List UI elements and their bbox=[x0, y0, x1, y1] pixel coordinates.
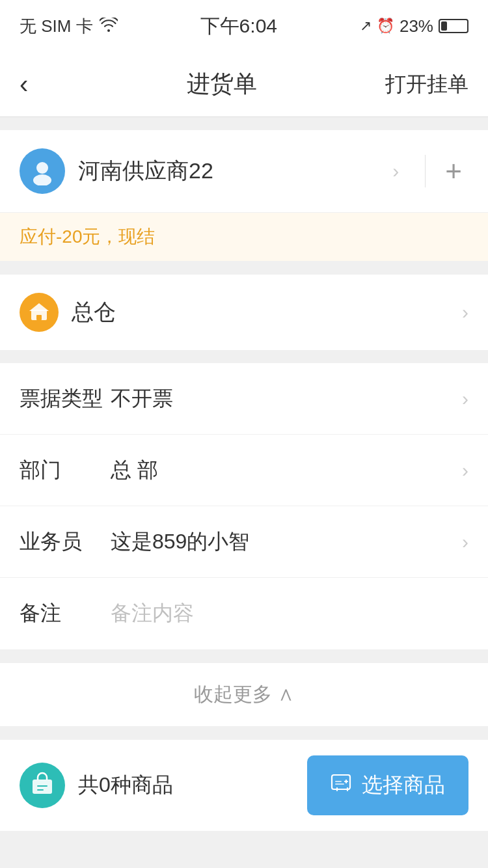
warehouse-chevron-icon: › bbox=[462, 301, 468, 323]
salesperson-row[interactable]: 业务员 这是859的小智 › bbox=[0, 506, 488, 578]
svg-point-1 bbox=[33, 174, 51, 185]
salesperson-chevron-icon: › bbox=[462, 531, 468, 553]
status-right: ↗ ⏰ 23% bbox=[360, 16, 468, 36]
warehouse-row[interactable]: 总仓 › bbox=[0, 275, 488, 350]
salesperson-label: 业务员 bbox=[20, 528, 111, 556]
collapse-label: 收起更多 ∧ bbox=[194, 681, 293, 708]
section-gap-1 bbox=[0, 117, 488, 130]
bottom-bar: 共0种商品 选择商品 bbox=[0, 739, 488, 831]
select-product-button[interactable]: 选择商品 bbox=[307, 755, 468, 815]
svg-marker-3 bbox=[29, 303, 49, 311]
wifi-icon bbox=[100, 16, 118, 36]
supplier-avatar bbox=[20, 148, 65, 194]
svg-rect-4 bbox=[36, 315, 42, 320]
notice-text: 应付-20元，现结 bbox=[20, 226, 155, 247]
select-product-label: 选择商品 bbox=[362, 771, 445, 800]
remarks-label: 备注 bbox=[20, 599, 111, 628]
status-left: 无 SIM 卡 bbox=[20, 15, 118, 38]
remarks-input[interactable]: 备注内容 bbox=[111, 599, 468, 628]
open-pending-button[interactable]: 打开挂单 bbox=[385, 70, 468, 99]
status-bar: 无 SIM 卡 下午6:04 ↗ ⏰ 23% bbox=[0, 0, 488, 52]
invoice-type-row[interactable]: 票据类型 不开票 › bbox=[0, 363, 488, 435]
carrier-text: 无 SIM 卡 bbox=[20, 15, 93, 38]
product-icon-wrap bbox=[20, 763, 65, 808]
select-product-icon bbox=[331, 774, 354, 798]
supplier-chevron-icon: › bbox=[392, 160, 399, 182]
salesperson-value: 这是859的小智 bbox=[111, 528, 455, 556]
invoice-label: 票据类型 bbox=[20, 385, 111, 413]
location-icon: ↗ bbox=[360, 18, 372, 34]
collapse-button[interactable]: 收起更多 ∧ bbox=[0, 662, 488, 726]
battery-percent: 23% bbox=[400, 16, 433, 36]
back-button[interactable]: ‹ bbox=[20, 70, 59, 99]
nav-bar: ‹ 进货单 打开挂单 bbox=[0, 52, 488, 117]
section-gap-2 bbox=[0, 262, 488, 275]
department-row[interactable]: 部门 总 部 › bbox=[0, 435, 488, 506]
battery-icon bbox=[439, 19, 468, 33]
warehouse-icon bbox=[20, 293, 59, 332]
invoice-chevron-icon: › bbox=[462, 388, 468, 410]
notice-bar: 应付-20元，现结 bbox=[0, 213, 488, 262]
department-value: 总 部 bbox=[111, 456, 455, 485]
status-time: 下午6:04 bbox=[200, 13, 277, 40]
nav-title: 进货单 bbox=[187, 68, 257, 100]
supplier-name: 河南供应商22 bbox=[78, 156, 392, 186]
remarks-row[interactable]: 备注 备注内容 bbox=[0, 578, 488, 649]
supplier-divider bbox=[425, 155, 426, 187]
product-count: 共0种商品 bbox=[78, 771, 307, 800]
department-chevron-icon: › bbox=[462, 459, 468, 481]
form-section: 票据类型 不开票 › 部门 总 部 › 业务员 这是859的小智 › 备注 备注… bbox=[0, 363, 488, 649]
invoice-value: 不开票 bbox=[111, 385, 455, 413]
department-label: 部门 bbox=[20, 456, 111, 485]
alarm-icon: ⏰ bbox=[377, 18, 394, 34]
supplier-row[interactable]: 河南供应商22 › + 应付-20元，现结 bbox=[0, 130, 488, 262]
add-supplier-button[interactable]: + bbox=[439, 155, 468, 187]
warehouse-name: 总仓 bbox=[72, 297, 455, 327]
svg-point-0 bbox=[36, 162, 48, 174]
